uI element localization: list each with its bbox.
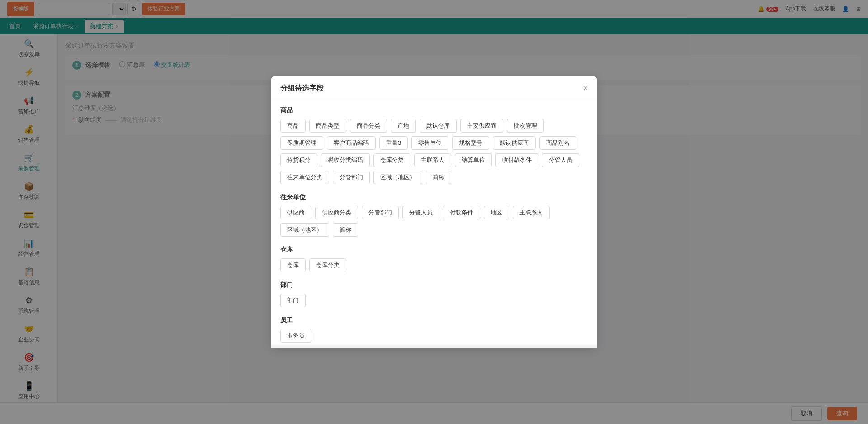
- field-tag-batch-mgmt[interactable]: 批次管理: [507, 119, 544, 133]
- field-tag-goods-category[interactable]: 商品分类: [350, 119, 387, 133]
- field-tag-settlement-unit[interactable]: 结算单位: [455, 153, 492, 167]
- field-tag-warehouse[interactable]: 仓库: [280, 258, 306, 272]
- field-tag-mgmt-person[interactable]: 分管人员: [402, 206, 439, 219]
- section-goods-title: 商品: [280, 106, 588, 114]
- field-tag-dept[interactable]: 分管部门: [333, 171, 370, 184]
- section-goods: 商品 商品 商品类型 商品分类 产地 默认仓库 主要供应商 批次管理 保质期管理…: [280, 106, 588, 184]
- field-tag-alias2[interactable]: 简称: [333, 223, 358, 237]
- field-tag-region[interactable]: 区域（地区）: [373, 171, 422, 184]
- field-select-modal: 分组待选字段 × 商品 商品 商品类型 商品分类 产地 默认仓库 主要供应商 批…: [271, 76, 597, 348]
- field-tag-supplier-category[interactable]: 供应商分类: [315, 206, 358, 219]
- field-tag-region2[interactable]: 区域（地区）: [280, 223, 329, 237]
- section-partner-title: 往来单位: [280, 193, 588, 201]
- field-tag-short-name[interactable]: 简称: [426, 171, 451, 184]
- field-tag-supplier[interactable]: 供应商: [280, 206, 311, 219]
- modal-title: 分组待选字段: [280, 84, 324, 93]
- section-dept-tags: 部门: [280, 294, 588, 307]
- field-tag-retail-unit[interactable]: 零售单位: [411, 136, 448, 150]
- field-tag-pay-condition[interactable]: 付款条件: [443, 206, 480, 219]
- field-tag-customer-code[interactable]: 客户商品编码: [327, 136, 376, 150]
- field-tag-mgmt-dept[interactable]: 分管部门: [362, 206, 399, 219]
- field-tag-shelf-life[interactable]: 保质期管理: [280, 136, 323, 150]
- field-tag-weight[interactable]: 重量3: [379, 136, 408, 150]
- field-tag-spec-model[interactable]: 规格型号: [452, 136, 489, 150]
- field-tag-area[interactable]: 地区: [484, 206, 509, 219]
- field-tag-department[interactable]: 部门: [280, 294, 306, 307]
- field-tag-goods-type[interactable]: 商品类型: [309, 119, 346, 133]
- section-employee-title: 员工: [280, 316, 588, 324]
- field-tag-warehouse-category[interactable]: 仓库分类: [373, 153, 410, 167]
- field-tag-default-warehouse[interactable]: 默认仓库: [420, 119, 457, 133]
- section-dept: 部门 部门: [280, 281, 588, 307]
- section-partner: 往来单位 供应商 供应商分类 分管部门 分管人员 付款条件 地区 主联系人 区域…: [280, 193, 588, 237]
- modal-close-button[interactable]: ×: [583, 84, 588, 92]
- section-warehouse-tags: 仓库 仓库分类: [280, 258, 588, 272]
- field-tag-main-supplier[interactable]: 主要供应商: [460, 119, 503, 133]
- field-tag-points[interactable]: 炼货积分: [280, 153, 317, 167]
- field-tag-contact[interactable]: 主联系人: [513, 206, 550, 219]
- section-dept-title: 部门: [280, 281, 588, 289]
- modal-overlay[interactable]: 分组待选字段 × 商品 商品 商品类型 商品分类 产地 默认仓库 主要供应商 批…: [0, 0, 868, 424]
- field-tag-tax-code[interactable]: 税收分类编码: [321, 153, 370, 167]
- section-warehouse: 仓库 仓库 仓库分类: [280, 246, 588, 272]
- section-warehouse-title: 仓库: [280, 246, 588, 254]
- field-tag-warehouse-cat[interactable]: 仓库分类: [309, 258, 346, 272]
- section-goods-tags: 商品 商品类型 商品分类 产地 默认仓库 主要供应商 批次管理 保质期管理 客户…: [280, 119, 588, 184]
- modal-body[interactable]: 商品 商品 商品类型 商品分类 产地 默认仓库 主要供应商 批次管理 保质期管理…: [271, 99, 597, 344]
- section-employee-tags: 业务员: [280, 329, 588, 343]
- modal-header: 分组待选字段 ×: [271, 76, 597, 99]
- field-tag-origin[interactable]: 产地: [391, 119, 416, 133]
- field-tag-goods[interactable]: 商品: [280, 119, 306, 133]
- field-tag-goods-alias[interactable]: 商品别名: [539, 136, 576, 150]
- modal-hscroll: [271, 344, 597, 348]
- field-tag-salesperson[interactable]: 业务员: [280, 329, 311, 343]
- section-partner-tags: 供应商 供应商分类 分管部门 分管人员 付款条件 地区 主联系人 区域（地区） …: [280, 206, 588, 237]
- field-tag-main-contact[interactable]: 主联系人: [414, 153, 451, 167]
- field-tag-partner-category[interactable]: 往来单位分类: [280, 171, 329, 184]
- section-employee: 员工 业务员: [280, 316, 588, 343]
- field-tag-default-supplier[interactable]: 默认供应商: [493, 136, 536, 150]
- field-tag-manager[interactable]: 分管人员: [542, 153, 579, 167]
- field-tag-payment-terms[interactable]: 收付款条件: [495, 153, 538, 167]
